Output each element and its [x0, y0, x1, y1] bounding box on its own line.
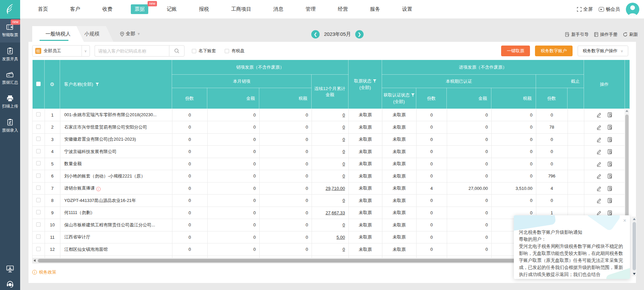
view-detail-icon[interactable]: [607, 198, 612, 203]
support-headset-icon[interactable]: [6, 280, 14, 288]
region-selector[interactable]: 全部 ▼: [120, 31, 141, 37]
view-detail-icon[interactable]: [607, 137, 612, 142]
row-checkbox-cell[interactable]: [33, 158, 45, 170]
sidebar-item-1[interactable]: 发票开具: [0, 43, 20, 66]
cumulative-12m[interactable]: 5.00: [312, 231, 348, 243]
cumulative-12m[interactable]: 0: [312, 243, 348, 256]
header-settings[interactable]: ⚙: [45, 60, 60, 109]
edit-icon[interactable]: [596, 210, 601, 216]
edit-icon[interactable]: [596, 112, 601, 118]
view-detail-icon[interactable]: [607, 186, 612, 191]
row-checkbox-cell[interactable]: [33, 146, 45, 158]
avatar[interactable]: [626, 3, 639, 16]
warning-icon[interactable]: !: [96, 187, 101, 191]
row-checkbox-cell[interactable]: [33, 133, 45, 146]
nav-item-4[interactable]: 记账: [156, 0, 188, 19]
nav-item-5[interactable]: 报税: [188, 0, 220, 19]
nav-item-7[interactable]: 消息: [262, 0, 294, 19]
tab-general-taxpayer[interactable]: 一般纳税人: [32, 26, 84, 42]
row-checkbox-cell[interactable]: [33, 256, 45, 258]
row-checkbox-cell[interactable]: [33, 182, 45, 195]
fullscreen-button[interactable]: 全屏: [577, 6, 593, 12]
customer-name[interactable]: 001-余姚市宏瑞汽车零部件有限公2018(20230...: [60, 109, 172, 121]
scroll-up-icon[interactable]: [633, 218, 636, 220]
tax-policy-link[interactable]: i 税务政策: [32, 269, 56, 275]
customer-name[interactable]: 石家庄市兴华世星贸易有限公司安阳分公司: [60, 121, 172, 134]
search-button[interactable]: [169, 45, 184, 57]
notice-scrollbar[interactable]: [632, 217, 637, 276]
filter-icon[interactable]: [96, 83, 99, 86]
customer-name[interactable]: 进销台账直播课!: [60, 182, 172, 195]
nav-item-2[interactable]: 收费: [91, 0, 123, 19]
nav-item-11[interactable]: 设置: [391, 0, 423, 19]
prev-month-button[interactable]: ❮: [311, 30, 320, 39]
nav-item-10[interactable]: 服务: [359, 0, 391, 19]
cumulative-12m[interactable]: 0: [312, 121, 348, 134]
client-download-icon[interactable]: [6, 265, 14, 273]
scroll-down-icon[interactable]: [633, 273, 636, 275]
nav-item-8[interactable]: 管理: [294, 0, 327, 19]
cumulative-12m[interactable]: 0: [312, 256, 348, 258]
filter-icon[interactable]: [373, 79, 376, 83]
customer-name[interactable]: 大明月设置联行!: [60, 256, 172, 258]
cumulative-12m[interactable]: 0: [312, 133, 348, 146]
edit-icon[interactable]: [596, 125, 601, 130]
tax-digital-account-button[interactable]: 税务数字账户: [535, 46, 573, 56]
edit-icon[interactable]: [596, 161, 601, 167]
cumulative-12m[interactable]: 0: [312, 195, 348, 207]
nav-item-0[interactable]: 首页: [27, 0, 59, 19]
checkbox-my-accounts[interactable]: 名下账套: [192, 48, 216, 54]
refresh-button[interactable]: 刷新: [623, 31, 638, 38]
customer-name[interactable]: 何1111（勿删）: [60, 207, 172, 219]
one-key-fetch-button[interactable]: 一键取票: [501, 46, 530, 56]
header-ticket-status[interactable]: 取票状态(全部): [348, 60, 382, 109]
edit-icon[interactable]: [596, 173, 601, 179]
customer-name[interactable]: 江西省审计厅: [60, 231, 172, 243]
header-customer-name[interactable]: 客户名称(全部): [60, 60, 172, 109]
checkbox-tax-disk[interactable]: 有税盘: [225, 48, 245, 54]
edit-icon[interactable]: [596, 137, 601, 142]
view-detail-icon[interactable]: [607, 210, 612, 216]
scrollbar-thumb[interactable]: [633, 222, 636, 270]
newbie-guide-button[interactable]: 新手引导: [565, 31, 589, 38]
sidebar-item-3[interactable]: 扫描上传: [0, 90, 20, 114]
view-detail-icon[interactable]: [607, 173, 612, 179]
customer-name[interactable]: 刘小艳的账套（勿动）-小规模2221（原）: [60, 170, 172, 183]
cumulative-12m[interactable]: 0: [312, 158, 348, 170]
cumulative-12m[interactable]: 0: [312, 219, 348, 231]
view-detail-icon[interactable]: [607, 112, 612, 118]
row-checkbox-cell[interactable]: [33, 170, 45, 183]
scroll-up-icon[interactable]: [626, 110, 628, 112]
app-logo[interactable]: [0, 0, 20, 19]
cumulative-12m[interactable]: 29,710.00: [312, 182, 348, 195]
nav-item-1[interactable]: 客户: [59, 0, 91, 19]
row-checkbox-cell[interactable]: [33, 219, 45, 231]
sidebar-item-2[interactable]: 票据汇总: [0, 66, 20, 90]
edit-icon[interactable]: [596, 198, 601, 203]
scroll-left-icon[interactable]: [34, 259, 36, 262]
next-month-button[interactable]: ❯: [355, 30, 364, 39]
employee-filter-dropdown[interactable]: 组 全部员工 ∨: [32, 45, 90, 57]
nav-item-3[interactable]: 票据new: [123, 0, 156, 19]
cumulative-12m[interactable]: 0: [312, 146, 348, 158]
row-checkbox-cell[interactable]: [33, 231, 45, 243]
view-detail-icon[interactable]: [607, 125, 612, 130]
cumulative-12m[interactable]: 0: [312, 170, 348, 183]
member-button[interactable]: ▶ 畅会员: [599, 6, 620, 12]
nav-item-9[interactable]: 经营: [327, 0, 359, 19]
customer-name[interactable]: YDZPT-441337昆山源品农业16-21年: [60, 195, 172, 207]
customer-name[interactable]: 安徽徽君置业有限公司(合2021-2023): [60, 133, 172, 146]
row-checkbox-cell[interactable]: [33, 195, 45, 207]
row-checkbox-cell[interactable]: [33, 109, 45, 121]
row-checkbox-cell[interactable]: [33, 121, 45, 134]
edit-icon[interactable]: [596, 186, 601, 191]
nav-item-6[interactable]: 工商项目: [220, 0, 262, 19]
header-cert-status[interactable]: 获取认证状态(全部): [382, 88, 416, 109]
row-checkbox-cell[interactable]: [33, 207, 45, 219]
filter-icon[interactable]: [411, 93, 415, 97]
close-icon[interactable]: ×: [623, 218, 626, 224]
header-select-all[interactable]: [33, 60, 45, 109]
manual-button[interactable]: 操作手册: [594, 31, 618, 38]
customer-name[interactable]: 宁波京磁科技发展有限公司: [60, 146, 172, 158]
search-input[interactable]: [95, 45, 169, 57]
